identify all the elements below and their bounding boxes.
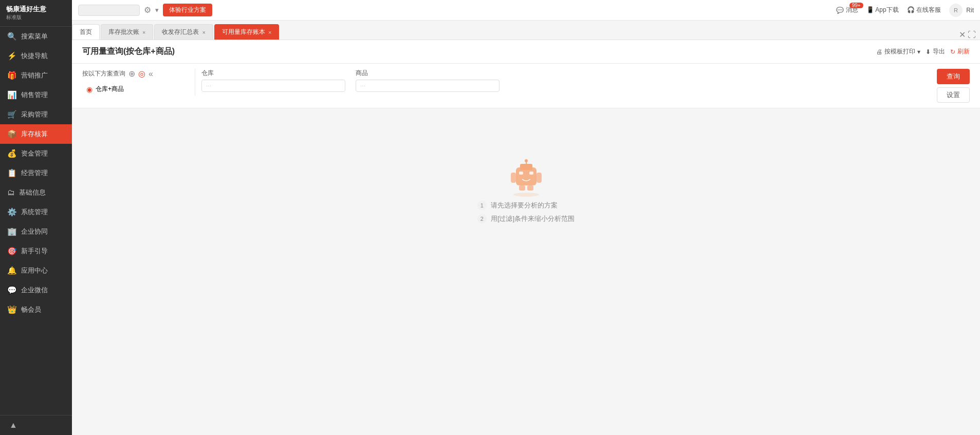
sidebar-item-inventory[interactable]: 📦 库存核算 [0,124,72,144]
tab-available[interactable]: 可用量库存账本 × [214,24,279,40]
sidebar-item-label: 资金管理 [21,149,48,158]
appstore-icon: 🔔 [7,266,17,275]
message-btn[interactable]: 💬 消息 99+ [836,6,858,14]
svg-rect-4 [519,172,523,175]
search-icon: 🔍 [7,32,17,41]
hint-item-2: 2 用[过滤]条件来缩小分析范围 [477,214,575,223]
service-btn[interactable]: 🎧 在线客服 [907,6,941,14]
query-button[interactable]: 查询 [937,69,970,84]
brand-name: 畅康通好生意 [6,5,66,14]
sidebar-item-appstore[interactable]: 🔔 应用中心 [0,261,72,280]
collapse-btn[interactable]: « [149,69,153,79]
inventory-icon: 📦 [7,129,17,139]
sidebar-item-shortcut[interactable]: ⚡ 快捷导航 [0,46,72,66]
sidebar-item-enterprise[interactable]: 🏢 企业协同 [0,222,72,241]
sidebar-header: 畅康通好生意 标准版 [0,0,72,27]
phone-icon: 📱 [866,6,874,13]
sidebar-item-basic[interactable]: 🗂 基础信息 [0,183,72,202]
hint-num-1: 1 [477,201,487,210]
sidebar-item-label: 畅会员 [21,305,41,314]
shortcut-icon: ⚡ [7,51,17,61]
sidebar-item-marketing[interactable]: 🎁 营销推广 [0,66,72,85]
sidebar-item-operation[interactable]: 📋 经营管理 [0,163,72,183]
svg-rect-8 [519,185,525,191]
refresh-label: 刷新 [957,47,970,56]
app-label: App下载 [875,6,898,13]
export-btn[interactable]: ⬇ 导出 [926,47,945,56]
tab-batch-close[interactable]: × [142,29,145,35]
svg-rect-5 [529,172,533,175]
tab-available-close[interactable]: × [268,29,271,35]
sidebar-item-wechat[interactable]: 💬 企业微信 [0,280,72,300]
marketing-icon: 🎁 [7,71,17,80]
tab-summary-close[interactable]: × [202,29,205,35]
sidebar: 畅康通好生意 标准版 🔍 搜索菜单 ⚡ 快捷导航 🎁 营销推广 📊 销售管理 🛒… [0,0,72,435]
filter-area: 按以下方案查询 ⊕ ◎ « ◉ 仓库+商品 仓库 ··· [72,64,980,108]
close-tab-btn[interactable]: ✕ [959,30,966,40]
finance-icon: 💰 [7,149,17,158]
topbar-right: 💬 消息 99+ 📱 App下载 🎧 在线客服 R Rit [836,4,974,17]
print-dropdown-icon[interactable]: ▾ [917,48,920,55]
scheme-settings-btn[interactable]: ◎ [138,69,145,79]
sidebar-item-label: 搜索菜单 [21,32,48,41]
sidebar-item-newbie[interactable]: 🎯 新手引导 [0,241,72,261]
svg-point-3 [525,159,528,162]
sidebar-item-sales[interactable]: 📊 销售管理 [0,85,72,105]
page-actions: 🖨 按模板打印 ▾ ⬇ 导出 ↻ 刷新 [876,47,970,56]
print-btn[interactable]: 🖨 按模板打印 ▾ [876,47,920,56]
wechat-icon: 💬 [7,286,17,295]
system-icon: ⚙️ [7,207,17,217]
filter-actions: 查询 设置 [937,69,970,103]
filter-fields: 仓库 ··· 商品 ··· [201,69,931,92]
svg-rect-1 [520,164,532,170]
search-input[interactable] [78,5,140,16]
add-scheme-btn[interactable]: ⊕ [128,69,135,79]
sidebar-item-label: 经营管理 [21,168,48,178]
scheme-item-label: 仓库+商品 [96,85,124,93]
enterprise-icon: 🏢 [7,227,17,236]
industry-btn[interactable]: 体验行业方案 [163,4,212,16]
sidebar-footer: ▲ [0,415,72,435]
sidebar-item-label: 营销推广 [21,71,48,80]
sidebar-item-label: 快捷导航 [21,51,48,61]
tabs-bar: 首页 库存批次账 × 收发存汇总表 × 可用量库存账本 × ✕ ⛶ [72,21,980,40]
warehouse-filter: 仓库 ··· [201,69,345,92]
svg-rect-7 [537,173,542,183]
goods-input[interactable]: ··· [356,80,500,92]
svg-point-10 [513,193,539,197]
refresh-icon: ↻ [950,48,955,55]
warehouse-input[interactable]: ··· [201,80,345,92]
refresh-btn[interactable]: ↻ 刷新 [950,47,970,56]
sidebar-scroll-up[interactable]: ▲ [6,420,21,431]
user-menu[interactable]: R Rit [949,4,974,17]
gear-icon[interactable]: ⚙ [144,5,151,15]
operation-icon: 📋 [7,168,17,178]
tab-batch[interactable]: 库存批次账 × [101,24,153,40]
goods-input-placeholder: ··· [360,82,365,89]
sidebar-item-label: 库存核算 [21,129,48,139]
print-icon: 🖨 [876,48,882,55]
hint-num-2: 2 [477,214,487,223]
sidebar-item-member[interactable]: 👑 畅会员 [0,300,72,319]
sidebar-item-system[interactable]: ⚙️ 系统管理 [0,202,72,222]
goods-filter: 商品 ··· [356,69,500,92]
tab-summary[interactable]: 收发存汇总表 × [154,24,213,40]
sidebar-item-label: 应用中心 [21,266,48,275]
sidebar-item-purchase[interactable]: 🛒 采购管理 [0,105,72,124]
tab-home[interactable]: 首页 [72,24,100,40]
scheme-item-warehouse[interactable]: ◉ 仓库+商品 [82,83,189,96]
sidebar-item-finance[interactable]: 💰 资金管理 [0,144,72,163]
maximize-btn[interactable]: ⛶ [968,30,976,40]
app-download-btn[interactable]: 📱 App下载 [866,6,899,14]
svg-rect-0 [516,167,537,185]
settings-button[interactable]: 设置 [937,87,970,103]
sidebar-item-label: 销售管理 [21,90,48,100]
hint-text-1: 请先选择要分析的方案 [491,201,558,210]
empty-illustration [501,149,552,201]
sidebar-item-search[interactable]: 🔍 搜索菜单 [0,27,72,46]
service-label: 在线客服 [916,6,941,13]
purchase-icon: 🛒 [7,110,17,119]
chevron-down-icon[interactable]: ▾ [155,6,159,14]
hint-text-2: 用[过滤]条件来缩小分析范围 [491,214,575,223]
page-title: 可用量查询(按仓库+商品) [82,46,175,57]
